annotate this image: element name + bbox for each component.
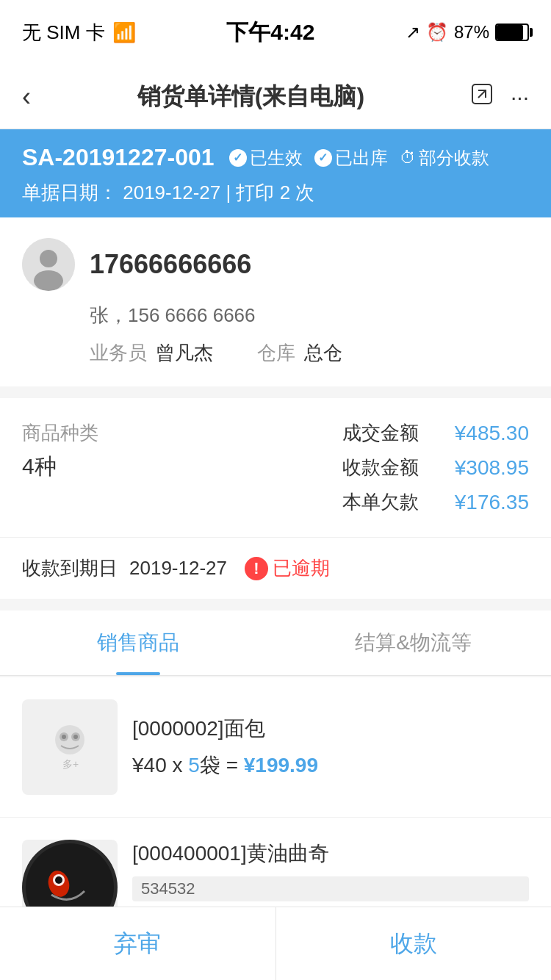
date-label: 单据日期：: [22, 181, 118, 203]
header-banner: SA-20191227-001 ✓ 已生效 ✓ 已出库 ⏱ 部分收款 单据日期：…: [0, 129, 551, 217]
svg-point-3: [34, 270, 63, 291]
banner-row1: SA-20191227-001 ✓ 已生效 ✓ 已出库 ⏱ 部分收款: [22, 144, 529, 171]
wifi-icon: 📶: [112, 21, 136, 44]
page-title: 销货单详情(来自电脑): [137, 81, 364, 113]
type-value: 4种: [22, 452, 98, 482]
back-button[interactable]: ‹: [22, 82, 31, 112]
customer-section: 17666666666 张，156 6666 6666 业务员 曾凡杰 仓库 总…: [0, 217, 551, 386]
order-date: 2019-12-27: [123, 181, 220, 203]
nav-bar: ‹ 销货单详情(来自电脑) ···: [0, 65, 551, 129]
carrier-text: 无 SIM 卡: [22, 20, 105, 46]
status-badges: ✓ 已生效 ✓ 已出库 ⏱ 部分收款: [229, 146, 489, 170]
badge-partial: ⏱ 部分收款: [400, 146, 489, 170]
more-icon[interactable]: ···: [511, 84, 529, 109]
tabs-row: 销售商品 结算&物流等: [0, 610, 551, 675]
received-value: ¥308.95: [433, 456, 529, 480]
customer-name-phone: 张，156 6666 6666: [90, 303, 529, 328]
amount-label: 成交金额: [342, 420, 419, 446]
svg-text:多+: 多+: [62, 758, 79, 770]
overdue-icon: !: [245, 557, 268, 580]
clock-icon: ⏱: [400, 148, 416, 167]
location-icon: ↗: [406, 22, 420, 43]
check-icon-1: ✓: [229, 149, 247, 167]
banner-row2: 单据日期： 2019-12-27 | 打印 2 次: [22, 180, 529, 206]
stats-right: 成交金额 ¥485.30 收款金额 ¥308.95 本单欠款 ¥176.35: [342, 420, 529, 515]
status-bar-right: ↗ ⏰ 87%: [406, 22, 529, 43]
overdue-text: 已逾期: [273, 555, 330, 581]
confirm-button[interactable]: 收款: [276, 907, 552, 980]
type-label: 商品种类: [22, 420, 98, 446]
stats-row-owed: 本单欠款 ¥176.35: [342, 489, 529, 515]
warehouse-label: 仓库: [257, 340, 295, 366]
customer-phone: 17666666666: [90, 249, 251, 280]
customer-top: 17666666666: [22, 238, 529, 291]
product-image-1: 多+: [40, 718, 99, 777]
customer-meta: 业务员 曾凡杰 仓库 总仓: [90, 340, 529, 366]
cancel-button[interactable]: 弃审: [0, 907, 276, 980]
stats-section: 商品种类 4种 成交金额 ¥485.30 收款金额 ¥308.95 本单欠款 ¥…: [0, 398, 551, 537]
status-bar-time: 下午4:42: [226, 18, 314, 48]
sales-person: 曾凡杰: [156, 340, 213, 366]
product-name-1: [0000002]面包: [132, 715, 529, 743]
check-icon-2: ✓: [314, 149, 332, 167]
svg-point-2: [40, 250, 57, 267]
product-price-1: ¥40 x 5袋 = ¥199.99: [132, 752, 529, 779]
product-info-1: [0000002]面包 ¥40 x 5袋 = ¥199.99: [132, 699, 529, 795]
owed-label: 本单欠款: [342, 489, 419, 515]
amount-value: ¥485.30: [433, 422, 529, 445]
sales-label: 业务员: [90, 340, 147, 366]
alarm-icon: ⏰: [426, 22, 448, 43]
owed-value: ¥176.35: [433, 491, 529, 514]
due-date: 2019-12-27: [129, 557, 227, 580]
battery-icon: [495, 24, 529, 41]
badge-shipped: ✓ 已出库: [314, 146, 388, 170]
due-label: 收款到期日: [22, 555, 118, 581]
stats-row-received: 收款金额 ¥308.95: [342, 455, 529, 480]
status-bar-left: 无 SIM 卡 📶: [22, 20, 136, 46]
product-item: 多+ [0000002]面包 ¥40 x 5袋 = ¥199.99: [0, 677, 551, 818]
svg-point-7: [62, 735, 66, 739]
stats-left: 商品种类 4种: [22, 420, 98, 482]
svg-point-8: [73, 735, 78, 739]
product-name-2: [000400001]黄油曲奇: [132, 840, 529, 868]
nav-right-icons: ···: [471, 83, 529, 110]
overdue-badge: ! 已逾期: [245, 555, 330, 581]
product-tag-2: 534532: [132, 876, 529, 901]
product-thumb-1: 多+: [22, 699, 118, 795]
status-bar: 无 SIM 卡 📶 下午4:42 ↗ ⏰ 87%: [0, 0, 551, 65]
bottom-bar: 弃审 收款: [0, 907, 551, 980]
tab-settlement[interactable]: 结算&物流等: [276, 610, 551, 675]
received-label: 收款金额: [342, 455, 419, 480]
order-id: SA-20191227-001: [22, 144, 215, 171]
svg-point-4: [55, 725, 84, 754]
share-icon[interactable]: [471, 83, 493, 110]
svg-point-13: [55, 876, 62, 884]
avatar: [22, 238, 75, 291]
tabs-section: 销售商品 结算&物流等: [0, 610, 551, 676]
sales-meta: 业务员 曾凡杰: [90, 340, 213, 366]
avatar-icon: [22, 238, 75, 291]
battery-percent: 87%: [454, 22, 489, 43]
print-info: | 打印 2 次: [226, 181, 314, 203]
warehouse-meta: 仓库 总仓: [257, 340, 342, 366]
tab-sales-product[interactable]: 销售商品: [0, 610, 276, 675]
stats-row-amount: 成交金额 ¥485.30: [342, 420, 529, 446]
divider-1: [0, 386, 551, 398]
warehouse-value: 总仓: [304, 340, 342, 366]
due-section: 收款到期日 2019-12-27 ! 已逾期: [0, 537, 551, 599]
badge-effective: ✓ 已生效: [229, 146, 303, 170]
